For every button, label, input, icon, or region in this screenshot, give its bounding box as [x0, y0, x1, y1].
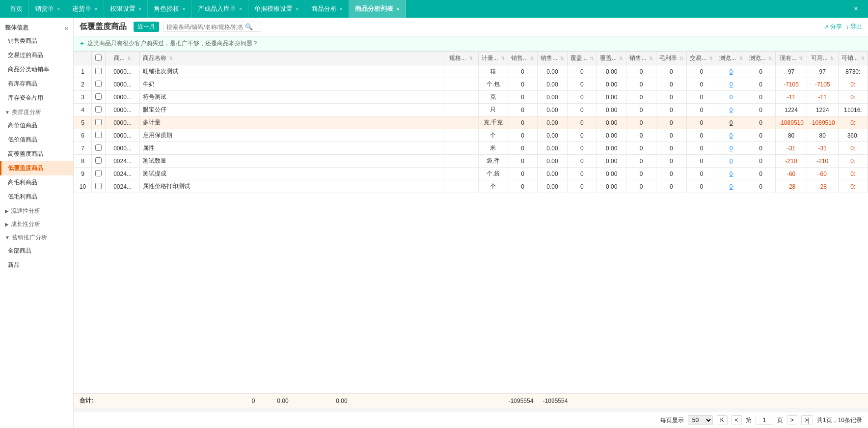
next-page-button[interactable]: >: [787, 415, 797, 425]
sidebar-item-inventory-capital[interactable]: 库存资金占用: [0, 91, 73, 105]
close-icon[interactable]: ×: [396, 6, 399, 12]
per-page-select[interactable]: 50 100 200: [688, 415, 713, 425]
row-browse1[interactable]: 0: [716, 104, 746, 116]
nav-role-auth[interactable]: 角色授权 ×: [148, 0, 191, 18]
footer-cover1: [298, 398, 327, 404]
row-code: 0000...: [106, 91, 140, 104]
row-checkbox[interactable]: [92, 78, 106, 91]
sort-icon[interactable]: ⇅: [127, 56, 131, 61]
row-checkbox[interactable]: [92, 65, 106, 78]
nav-purchase-order[interactable]: 进货单 ×: [66, 0, 104, 18]
sidebar-group-marketing[interactable]: ▼ 营销推广分析: [0, 230, 73, 244]
sort-icon[interactable]: ⇅: [530, 56, 534, 61]
total-records-label: 共1页，10条记录: [817, 416, 862, 425]
nav-sales-order[interactable]: 销货单 ×: [29, 0, 66, 18]
nav-finished-goods[interactable]: 产成品入库单 ×: [192, 0, 248, 18]
time-filter-button[interactable]: 近一月: [134, 22, 159, 32]
nav-product-analysis[interactable]: 商品分析 ×: [305, 0, 349, 18]
row-checkbox[interactable]: [92, 91, 106, 104]
sort-icon[interactable]: ⇅: [501, 56, 505, 61]
close-icon[interactable]: ×: [340, 6, 343, 12]
row-browse1[interactable]: 0: [716, 142, 746, 155]
close-icon[interactable]: ×: [94, 6, 97, 12]
row-name: 牛奶: [140, 78, 444, 91]
row-browse1[interactable]: 0: [716, 91, 746, 104]
sidebar-item-new-goods[interactable]: 新品: [0, 258, 73, 272]
sidebar: 整体信息 « 销售类商品 交易过的商品 商品分类动销率 有库存商品 库存资金占用…: [0, 18, 74, 428]
sort-icon[interactable]: ⇅: [590, 56, 594, 61]
row-checkbox[interactable]: [92, 104, 106, 116]
row-number: 2: [74, 78, 92, 91]
row-spec: [444, 116, 478, 129]
row-stock1: -60: [776, 168, 807, 180]
close-icon[interactable]: ×: [182, 6, 185, 12]
select-all-checkbox[interactable]: [95, 55, 102, 61]
export-button[interactable]: ↓ 导出: [846, 23, 862, 31]
prev-page-button[interactable]: <: [732, 415, 742, 425]
sort-icon[interactable]: ⇅: [768, 56, 772, 61]
row-browse1[interactable]: 0: [716, 180, 746, 193]
sort-icon[interactable]: ⇅: [709, 56, 713, 61]
sort-icon[interactable]: ⇅: [560, 56, 564, 61]
row-browse1[interactable]: 0: [716, 78, 746, 91]
search-icon[interactable]: 🔍: [245, 23, 253, 30]
horizontal-scrollbar[interactable]: [74, 408, 868, 412]
col-header-sales-amt: 销售... ⇅: [538, 52, 567, 65]
row-cover1: 0: [567, 65, 597, 78]
first-page-button[interactable]: K: [717, 415, 728, 425]
sidebar-item-in-stock-goods[interactable]: 有库存商品: [0, 77, 73, 91]
row-checkbox[interactable]: [92, 129, 106, 142]
row-checkbox[interactable]: [92, 168, 106, 180]
sort-icon[interactable]: ⇅: [619, 56, 623, 61]
sort-icon[interactable]: ⇅: [169, 56, 173, 61]
sidebar-item-all-goods[interactable]: 全部商品: [0, 244, 73, 258]
row-checkbox[interactable]: [92, 155, 106, 168]
sidebar-item-high-coverage[interactable]: 高覆盖度商品: [0, 147, 73, 161]
window-close-button[interactable]: ×: [848, 4, 864, 13]
row-browse1[interactable]: 0: [716, 155, 746, 168]
share-button[interactable]: ↗ 分享: [824, 23, 842, 31]
table-wrapper[interactable]: 商... ⇅ 商品名称 ⇅ 规格... ⇅ 计量...: [74, 51, 868, 393]
row-stock3: 0:: [838, 78, 868, 91]
search-input[interactable]: [166, 24, 245, 30]
sidebar-item-low-coverage[interactable]: 低覆盖度商品: [0, 161, 73, 175]
row-browse1[interactable]: 0: [716, 168, 746, 180]
sidebar-collapse-button[interactable]: «: [64, 24, 68, 32]
sort-icon[interactable]: ⇅: [679, 56, 683, 61]
last-page-button[interactable]: >|: [801, 415, 813, 425]
sort-icon[interactable]: ⇅: [861, 56, 865, 61]
sidebar-group-cluster-analysis[interactable]: ▼ 类群度分析: [0, 105, 73, 118]
close-icon[interactable]: ×: [239, 6, 242, 12]
close-icon[interactable]: ×: [138, 6, 141, 12]
nav-permission[interactable]: 权限设置 ×: [104, 0, 148, 18]
row-sales3: 0: [626, 142, 656, 155]
sort-icon[interactable]: ⇅: [469, 56, 473, 61]
sidebar-item-traded-goods[interactable]: 交易过的商品: [0, 48, 73, 62]
row-checkbox[interactable]: [92, 180, 106, 193]
row-browse1[interactable]: 0: [716, 116, 746, 129]
sidebar-item-high-margin[interactable]: 高毛利商品: [0, 175, 73, 190]
sidebar-group-circulation[interactable]: ▶ 流通性分析: [0, 204, 73, 217]
row-browse1[interactable]: 0: [716, 129, 746, 142]
sidebar-item-sales-goods[interactable]: 销售类商品: [0, 34, 73, 48]
nav-home[interactable]: 首页: [4, 0, 29, 18]
close-icon[interactable]: ×: [296, 6, 298, 12]
row-browse1[interactable]: 0: [716, 65, 746, 78]
sort-icon[interactable]: ⇅: [649, 56, 653, 61]
sidebar-item-low-margin[interactable]: 低毛利商品: [0, 190, 73, 204]
nav-template-settings[interactable]: 单据模板设置 ×: [248, 0, 305, 18]
row-gross: 0: [656, 65, 686, 78]
sort-icon[interactable]: ⇅: [799, 56, 803, 61]
row-spec: [444, 155, 478, 168]
sort-icon[interactable]: ⇅: [739, 56, 743, 61]
nav-product-analysis-list[interactable]: 商品分析列表 ×: [349, 0, 406, 18]
close-icon[interactable]: ×: [57, 6, 60, 12]
page-number-input[interactable]: [756, 416, 773, 425]
sidebar-item-low-value[interactable]: 低价值商品: [0, 133, 73, 147]
sidebar-item-high-value[interactable]: 高价值商品: [0, 118, 73, 133]
sort-icon[interactable]: ⇅: [830, 56, 834, 61]
row-checkbox[interactable]: [92, 142, 106, 155]
sidebar-item-category-sales-rate[interactable]: 商品分类动销率: [0, 62, 73, 77]
sidebar-group-growth[interactable]: ▶ 成长性分析: [0, 217, 73, 230]
row-checkbox[interactable]: [92, 116, 106, 129]
